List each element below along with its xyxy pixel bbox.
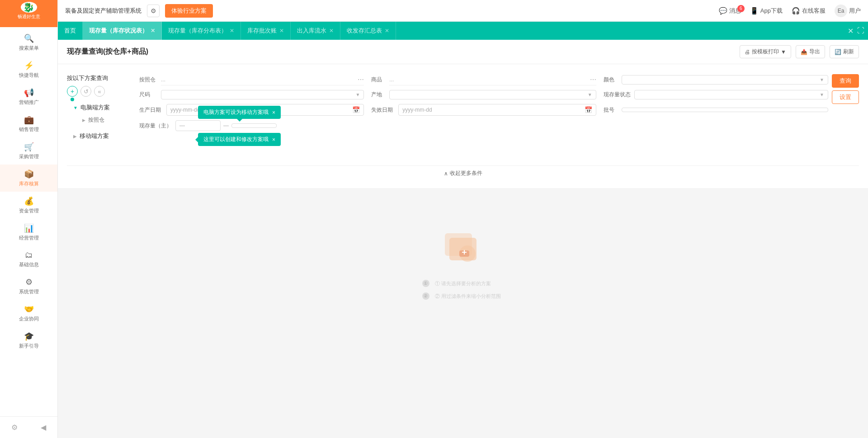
size-label: 尺码 [139, 91, 157, 99]
filter-batch: 批号 [604, 106, 828, 114]
operation-icon: 📊 [24, 223, 34, 233]
tab-inventory-status[interactable]: 现存量（库存状况表） ✕ [83, 22, 162, 40]
production-date-calendar-icon[interactable]: 📅 [352, 106, 360, 113]
warehouse-value: ... [161, 76, 358, 83]
tab-batch-account-close[interactable]: ✕ [279, 28, 284, 34]
origin-select[interactable]: ▼ [389, 90, 596, 99]
scheme-sub-bullet: ▶ [82, 118, 85, 122]
tab-inventory-dist-close[interactable]: ✕ [230, 28, 234, 34]
origin-dropdown-icon: ▼ [588, 92, 592, 97]
sidebar-collapse-btn[interactable]: ◀ [39, 421, 48, 433]
sidebar-item-guide[interactable]: 🎓 新手引导 [0, 327, 57, 354]
print-btn[interactable]: 🖨 按模板打印 ▼ [740, 45, 791, 58]
sidebar-item-finance[interactable]: 💰 资金管理 [0, 192, 57, 219]
logo-subtitle: 标准版 [23, 20, 35, 26]
industry-btn[interactable]: 体验行业方案 [165, 4, 213, 18]
expiry-date-placeholder: yyyy-mm-dd [402, 107, 584, 113]
sidebar-item-purchase[interactable]: 🛒 采购管理 [0, 137, 57, 165]
refresh-btn[interactable]: 🔄 刷新 [830, 45, 859, 58]
tab-collect-summary-close[interactable]: ✕ [385, 28, 389, 34]
setting-btn[interactable]: 设置 [832, 90, 859, 104]
scheme-desktop-arrow: ▼ [73, 105, 78, 110]
scheme-desktop[interactable]: ▼ 电脑端方案 [71, 102, 139, 113]
filter-stock-qty: 现存量（主） — — [139, 120, 302, 131]
online-support-btn[interactable]: 🎧 在线客服 [792, 7, 826, 15]
sidebar: 🐉 畅通好生意 标准版 🔍 搜索菜单 ⚡ 快捷导航 📢 营销推广 💼 销售管理 … [0, 0, 58, 438]
sidebar-item-sales[interactable]: 💼 销售管理 [0, 110, 57, 137]
tooltip2-close[interactable]: × [272, 137, 275, 143]
size-select[interactable]: ▼ [161, 90, 364, 99]
user-btn[interactable]: Ea 用户 [835, 5, 861, 17]
tooltip1-close[interactable]: × [272, 109, 275, 116]
tab-inventory-status-label: 现存量（库存状况表） [89, 27, 148, 35]
collapse-btn[interactable]: ∧ 收起更多条件 [444, 170, 482, 177]
sidebar-item-label: 系统管理 [19, 288, 39, 295]
filter-back-btn[interactable]: « [94, 86, 105, 97]
phone-icon: 📱 [750, 7, 759, 15]
color-select[interactable]: ▼ [622, 75, 828, 85]
scheme-desktop-item-label: 按照仓 [88, 116, 104, 124]
expiry-date-calendar-icon[interactable]: 📅 [585, 106, 592, 113]
sidebar-item-inventory[interactable]: 📦 库存核算 [0, 165, 57, 192]
warehouse-control: ... ⋯ [161, 74, 364, 85]
production-date-label: 生产日期 [139, 106, 163, 114]
sidebar-settings-btn[interactable]: ⚙ [9, 421, 19, 433]
notification-btn[interactable]: 💬 消息 6 [719, 7, 741, 15]
tab-batch-account[interactable]: 库存批次账 ✕ [241, 22, 291, 40]
tab-inventory-dist[interactable]: 现存量（库存分布表） ✕ [162, 22, 241, 40]
scheme-desktop-sub: ▶ 按照仓 [71, 115, 139, 125]
tabbar-actions: ✕ ⛶ [844, 22, 868, 40]
filter-refresh-btn[interactable]: ↺ [80, 86, 91, 97]
sidebar-item-system[interactable]: ⚙ 系统管理 [0, 273, 57, 300]
sidebar-item-marketing[interactable]: 📢 营销推广 [0, 83, 57, 110]
search-btn[interactable]: 查询 [832, 74, 859, 88]
scheme-mobile[interactable]: ▶ 移动端方案 [71, 131, 139, 141]
app-download-label: App下载 [760, 7, 783, 15]
filter-label: 按以下方案查询 [67, 74, 108, 82]
filter-add-btn[interactable]: + [67, 86, 78, 97]
sidebar-item-base[interactable]: 🗂 基础信息 [0, 246, 57, 273]
enterprise-icon: 🤝 [24, 304, 34, 314]
sidebar-item-label: 采购管理 [19, 153, 39, 160]
sidebar-item-enterprise[interactable]: 🤝 企业协同 [0, 300, 57, 327]
sidebar-item-quick[interactable]: ⚡ 快捷导航 [0, 56, 57, 83]
scheme-desktop-item[interactable]: ▶ 按照仓 [80, 115, 139, 125]
filter-size: 尺码 ▼ [139, 90, 364, 99]
sidebar-item-search[interactable]: 🔍 搜索菜单 [0, 29, 57, 56]
main-body: 首页 现存量（库存状况表） ✕ 现存量（库存分布表） ✕ 库存批次账 ✕ 出入库… [58, 22, 868, 420]
hint2-text: ② 用过滤条件来缩小分析范围 [435, 291, 501, 301]
tab-fullscreen-btn[interactable]: ⛶ [857, 27, 864, 35]
inventory-icon: 📦 [24, 169, 34, 179]
empty-illustration [436, 224, 490, 271]
topbar-setting-btn[interactable]: ⚙ [147, 5, 160, 17]
warehouse-more-icon[interactable]: ⋯ [358, 76, 364, 83]
size-dropdown-icon: ▼ [355, 92, 360, 97]
sidebar-bottom: ⚙ ◀ [0, 416, 57, 438]
batch-label: 批号 [604, 106, 618, 114]
tab-close-all-btn[interactable]: ✕ [848, 27, 854, 35]
online-support-label: 在线客服 [802, 7, 826, 15]
sidebar-item-operation[interactable]: 📊 经营管理 [0, 219, 57, 246]
sidebar-item-label: 资金管理 [19, 207, 39, 214]
tab-inout-flow-close[interactable]: ✕ [329, 28, 334, 34]
tooltip1-text: 电脑方案可设为移动方案哦 [203, 108, 269, 116]
filter-warehouse: 按照仓 ... ⋯ [139, 74, 364, 85]
inventory-status-select[interactable]: ▼ [634, 90, 828, 99]
export-btn[interactable]: 📤 导出 [796, 45, 825, 58]
tab-home[interactable]: 首页 [58, 22, 83, 40]
scheme-desktop-label: 电脑端方案 [80, 104, 110, 112]
sidebar-logo: 🐉 畅通好生意 标准版 [0, 0, 57, 27]
goods-more-icon[interactable]: ⋯ [590, 76, 596, 83]
tab-inout-flow[interactable]: 出入库流水 ✕ [291, 22, 340, 40]
app-download-btn[interactable]: 📱 App下载 [750, 7, 783, 15]
refresh-label: 刷新 [843, 48, 854, 56]
stock-qty-from[interactable]: — [175, 120, 221, 131]
finance-icon: 💰 [24, 196, 34, 206]
tab-inventory-status-close[interactable]: ✕ [151, 28, 155, 34]
user-avatar: Ea [835, 5, 847, 17]
expiry-date-input[interactable]: yyyy-mm-dd 📅 [398, 104, 596, 116]
tab-batch-account-label: 库存批次账 [247, 27, 277, 35]
batch-input[interactable] [622, 108, 828, 112]
tab-collect-summary[interactable]: 收发存汇总表 ✕ [340, 22, 396, 40]
page-header: 现存量查询(按仓库+商品) 🖨 按模板打印 ▼ 📤 导出 🔄 刷新 [58, 40, 868, 64]
